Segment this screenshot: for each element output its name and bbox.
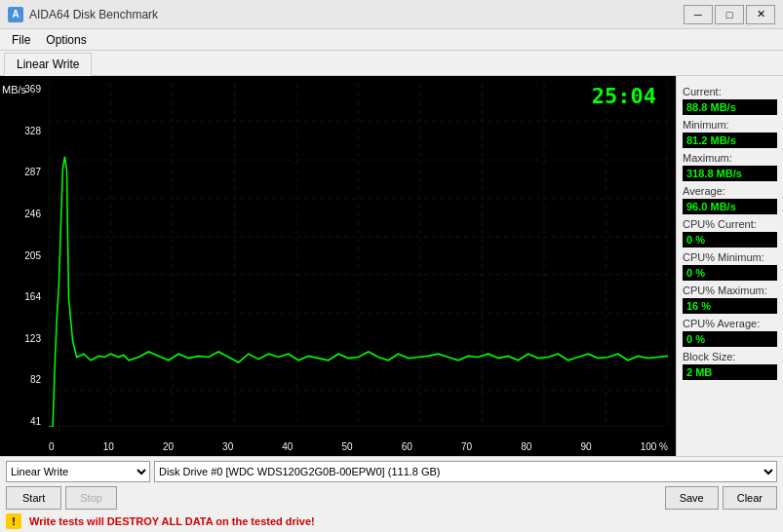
menu-options[interactable]: Options [38,31,94,49]
x-label-80: 80 [521,441,531,452]
minimum-label: Minimum: [683,119,777,131]
cpu-current-label: CPU% Current: [683,218,777,230]
cpu-maximum-value: 16 % [683,298,777,314]
tab-bar: Linear Write [0,51,783,76]
y-label-246: 246 [24,209,41,219]
y-label-369: 369 [24,84,41,95]
control-row-buttons: Start Stop Save Clear [6,486,777,510]
x-axis-labels: 0 10 20 30 40 50 60 70 80 90 100 % [49,441,668,452]
maximum-label: Maximum: [683,152,777,164]
warning-row: ! Write tests will DESTROY ALL DATA on t… [6,513,777,529]
y-label-205: 205 [24,250,41,261]
stop-button[interactable]: Stop [65,486,117,510]
close-button[interactable]: ✕ [746,5,775,24]
cpu-current-value: 0 % [683,232,777,247]
clear-button[interactable]: Clear [723,486,777,510]
x-label-30: 30 [222,441,233,452]
x-label-50: 50 [342,441,353,452]
y-label-164: 164 [24,291,41,302]
window-controls: ─ □ ✕ [684,5,775,24]
control-row-selects: Linear Write Linear Read Random Read Ran… [6,461,777,482]
menu-file[interactable]: File [4,31,38,49]
main-area: 369 328 287 246 205 164 123 82 41 MB/s 2… [0,76,783,456]
block-size-label: Block Size: [683,351,777,362]
start-button[interactable]: Start [6,486,61,510]
block-size-value: 2 MB [683,364,777,380]
current-label: Current: [683,86,777,97]
app-icon: A [8,7,23,22]
minimize-button[interactable]: ─ [684,5,713,24]
minimum-value: 81.2 MB/s [683,133,777,148]
yaxis-label: MB/s [2,84,26,95]
tab-linear-write[interactable]: Linear Write [4,53,92,76]
x-label-60: 60 [402,441,412,452]
title-bar: A AIDA64 Disk Benchmark ─ □ ✕ [0,0,783,29]
save-button[interactable]: Save [665,486,719,510]
average-label: Average: [683,185,777,197]
cpu-maximum-label: CPU% Maximum: [683,285,777,296]
warning-text: Write tests will DESTROY ALL DATA on the… [29,515,315,527]
cpu-average-value: 0 % [683,331,777,347]
y-label-82: 82 [30,374,41,385]
window-title: AIDA64 Disk Benchmark [29,8,684,21]
maximize-button[interactable]: □ [715,5,744,24]
maximum-value: 318.8 MB/s [683,166,777,181]
bottom-controls: Linear Write Linear Read Random Read Ran… [0,456,783,532]
y-label-328: 328 [24,126,41,136]
x-label-90: 90 [580,441,591,452]
cpu-average-label: CPU% Average: [683,318,777,329]
average-value: 96.0 MB/s [683,199,777,214]
chart-area: 369 328 287 246 205 164 123 82 41 MB/s 2… [0,76,676,456]
y-axis-labels: 369 328 287 246 205 164 123 82 41 [0,84,45,427]
y-label-287: 287 [24,167,41,177]
stats-panel: Current: 88.8 MB/s Minimum: 81.2 MB/s Ma… [676,76,783,456]
x-label-20: 20 [163,441,174,452]
y-label-123: 123 [24,333,41,344]
menu-bar: File Options [0,29,783,51]
x-label-70: 70 [461,441,472,452]
x-label-40: 40 [282,441,293,452]
cpu-minimum-label: CPU% Minimum: [683,251,777,263]
x-label-100: 100 % [641,441,668,452]
y-label-41: 41 [30,416,41,427]
current-value: 88.8 MB/s [683,99,777,115]
chart-svg [49,84,668,427]
test-type-select[interactable]: Linear Write Linear Read Random Read Ran… [6,461,150,482]
warning-icon: ! [6,513,21,529]
x-label-10: 10 [103,441,114,452]
cpu-minimum-value: 0 % [683,265,777,281]
drive-select[interactable]: Disk Drive #0 [WDC WDS120G2G0B-00EPW0] (… [154,461,777,482]
x-label-0: 0 [49,441,55,452]
